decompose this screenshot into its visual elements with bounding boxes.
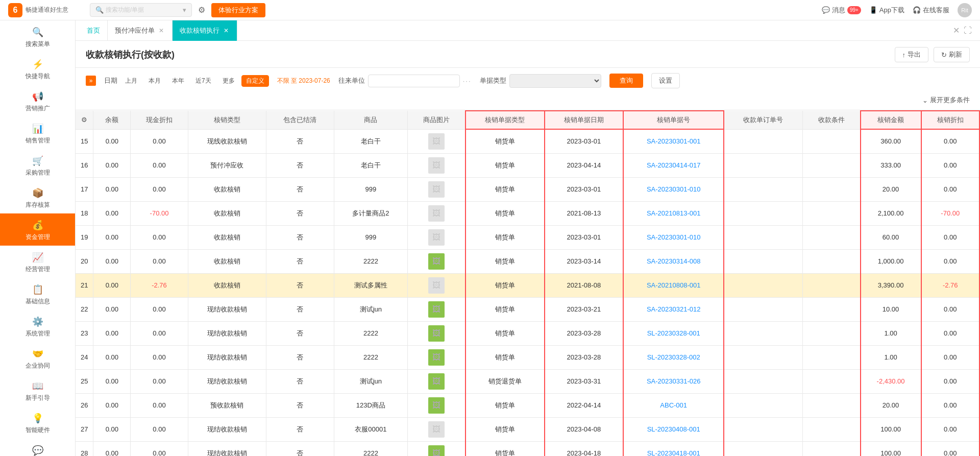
- query-button[interactable]: 查询: [609, 74, 643, 88]
- voucher-no-link[interactable]: SL-20230418-001: [647, 449, 700, 456]
- cell-cancel-amount: 2,100.00: [861, 201, 921, 225]
- expand-arrow-btn[interactable]: »: [86, 76, 96, 86]
- headset-icon: 🎧: [913, 6, 921, 14]
- voucher-no-link[interactable]: SL-20230408-001: [647, 425, 700, 433]
- voucher-no-link[interactable]: SA-20230414-017: [647, 161, 701, 169]
- export-button[interactable]: ↑ 导出: [895, 47, 929, 62]
- voucher-no-link[interactable]: SA-20230321-012: [647, 305, 701, 313]
- cell-product: 2222: [334, 441, 407, 456]
- date-custom[interactable]: 自定义: [241, 75, 269, 87]
- voucher-no-link[interactable]: SA-20230331-026: [647, 377, 701, 385]
- sidebar-item-inventory[interactable]: 📦 库存核算: [0, 181, 75, 213]
- expand-more-conditions[interactable]: ⌄ 展开更多条件: [922, 95, 970, 105]
- partner-input[interactable]: [368, 75, 460, 87]
- cell-include-settled: 否: [266, 177, 334, 201]
- gear-icon-top[interactable]: ⚙: [198, 5, 205, 15]
- date-this-year[interactable]: 本年: [167, 75, 189, 87]
- voucher-no-link[interactable]: SA-20230301-001: [647, 137, 701, 145]
- tab-receipt-cancel[interactable]: 收款核销执行 ✕: [173, 20, 237, 41]
- cell-voucher-no[interactable]: SA-20230301-010: [623, 225, 724, 249]
- cell-voucher-no[interactable]: SA-20230331-026: [623, 369, 724, 393]
- sidebar-item-wechat[interactable]: 💬 企业微信: [0, 439, 75, 456]
- message-item[interactable]: 💬 消息 99+: [822, 6, 861, 15]
- sidebar-item-search[interactable]: 🔍 搜索菜单: [0, 20, 75, 53]
- cell-receipt-order-no: [724, 273, 802, 297]
- refresh-icon: ↻: [941, 51, 947, 59]
- sidebar-item-guide[interactable]: 📖 新手引导: [0, 374, 75, 406]
- date-7days[interactable]: 近7天: [191, 75, 216, 87]
- cell-receipt-order-no: [724, 177, 802, 201]
- cell-product: 测试多属性: [334, 273, 407, 297]
- settings-button[interactable]: 设置: [651, 73, 680, 88]
- cell-include-settled: 否: [266, 441, 334, 456]
- table-row: 21 0.00 -2.76 收款核销 否 测试多属性 🖼 销货单 2021-08…: [76, 273, 979, 297]
- cell-voucher-no[interactable]: SL-20230408-001: [623, 417, 724, 441]
- date-more[interactable]: 更多: [218, 75, 239, 87]
- col-header-settings[interactable]: ⚙: [76, 111, 93, 129]
- voucher-no-link[interactable]: SL-20230328-002: [647, 353, 700, 361]
- date-last-month[interactable]: 上月: [120, 75, 142, 87]
- voucher-type-select[interactable]: [509, 74, 601, 88]
- search-input-area[interactable]: 🔍 搜索功能/单据 ▾: [90, 3, 192, 17]
- voucher-no-link[interactable]: SA-20230301-010: [647, 185, 701, 193]
- cell-voucher-no[interactable]: SA-20210808-001: [623, 273, 724, 297]
- date-this-month[interactable]: 本月: [144, 75, 165, 87]
- voucher-no-link[interactable]: ABC-001: [660, 401, 687, 409]
- sidebar-item-system[interactable]: ⚙️ 系统管理: [0, 310, 75, 342]
- cell-voucher-no[interactable]: SA-20230321-012: [623, 297, 724, 321]
- sidebar-item-marketing[interactable]: 📢 营销推广: [0, 85, 75, 117]
- sidebar-item-hardware[interactable]: 💡 智能硬件: [0, 406, 75, 439]
- tab-receipt-close[interactable]: ✕: [223, 26, 230, 35]
- sidebar-item-finance[interactable]: 💰 资金管理: [0, 213, 75, 246]
- filter-area: » 日期 上月 本月 本年 近7天 更多 自定义 不限 至 2023-07-26: [76, 68, 980, 110]
- cell-receipt-order-no: [724, 297, 802, 321]
- data-table: ⚙ 余额 现金折扣 核销类型 包含已结清 商品 商品图片 核销单据类型 核销单据…: [76, 110, 980, 456]
- sidebar-item-collab[interactable]: 🤝 企业协同: [0, 342, 75, 374]
- cell-voucher-no[interactable]: SA-20230301-010: [623, 177, 724, 201]
- voucher-no-link[interactable]: SA-20230301-010: [647, 233, 701, 241]
- voucher-no-link[interactable]: SA-20210813-001: [647, 209, 701, 217]
- cell-cancel-discount: 0.00: [921, 129, 979, 153]
- cell-voucher-no[interactable]: SA-20230301-001: [623, 129, 724, 153]
- cell-voucher-no[interactable]: SA-20230414-017: [623, 153, 724, 177]
- cell-voucher-no[interactable]: ABC-001: [623, 393, 724, 417]
- maximize-icon[interactable]: ⛶: [964, 26, 972, 35]
- cell-cancel-type: 收款核销: [188, 273, 266, 297]
- sidebar-item-quicknav[interactable]: ⚡ 快捷导航: [0, 53, 75, 85]
- sidebar-item-purchase[interactable]: 🛒 采购管理: [0, 149, 75, 181]
- voucher-no-link[interactable]: SA-20230314-008: [647, 257, 701, 265]
- app-download-item[interactable]: 📱 App下载: [869, 6, 904, 15]
- refresh-button[interactable]: ↻ 刷新: [934, 47, 970, 62]
- sidebar-item-management[interactable]: 📈 经营管理: [0, 246, 75, 278]
- sidebar-item-base[interactable]: 📋 基础信息: [0, 278, 75, 310]
- tab-prepay[interactable]: 预付冲应付单 ✕: [108, 20, 173, 41]
- cell-cash-discount: -2.76: [131, 273, 188, 297]
- cell-include-settled: 否: [266, 417, 334, 441]
- solution-button[interactable]: 体验行业方案: [211, 3, 265, 17]
- user-avatar[interactable]: Rit: [958, 3, 972, 17]
- tab-home[interactable]: 首页: [80, 20, 108, 41]
- cell-voucher-no[interactable]: SL-20230328-001: [623, 321, 724, 345]
- sidebar-item-sales[interactable]: 📊 销售管理: [0, 117, 75, 149]
- product-thumbnail: 🖼: [428, 253, 445, 270]
- cell-balance: 0.00: [93, 201, 131, 225]
- close-window-icon[interactable]: ✕: [953, 26, 960, 35]
- cell-include-settled: 否: [266, 321, 334, 345]
- online-service-item[interactable]: 🎧 在线客服: [913, 6, 949, 15]
- cell-voucher-no[interactable]: SA-20210813-001: [623, 201, 724, 225]
- voucher-no-link[interactable]: SL-20230328-001: [647, 329, 700, 337]
- product-thumbnail-empty: 🖼: [428, 181, 445, 198]
- cell-receipt-terms: [802, 345, 861, 369]
- col-header-receipt-order-no: 收款单订单号: [724, 111, 802, 129]
- cell-cancel-discount: 0.00: [921, 321, 979, 345]
- cell-cancel-amount: 360.00: [861, 129, 921, 153]
- tab-prepay-close[interactable]: ✕: [158, 26, 165, 35]
- cell-voucher-no[interactable]: SA-20230314-008: [623, 249, 724, 273]
- cell-voucher-type: 销货单: [465, 297, 545, 321]
- inventory-icon: 📦: [32, 187, 43, 199]
- voucher-no-link[interactable]: SA-20210808-001: [647, 281, 701, 289]
- cell-voucher-no[interactable]: SL-20230328-002: [623, 345, 724, 369]
- cell-product: 测试jun: [334, 297, 407, 321]
- col-header-include-settled: 包含已结清: [266, 111, 334, 129]
- cell-voucher-no[interactable]: SL-20230418-001: [623, 441, 724, 456]
